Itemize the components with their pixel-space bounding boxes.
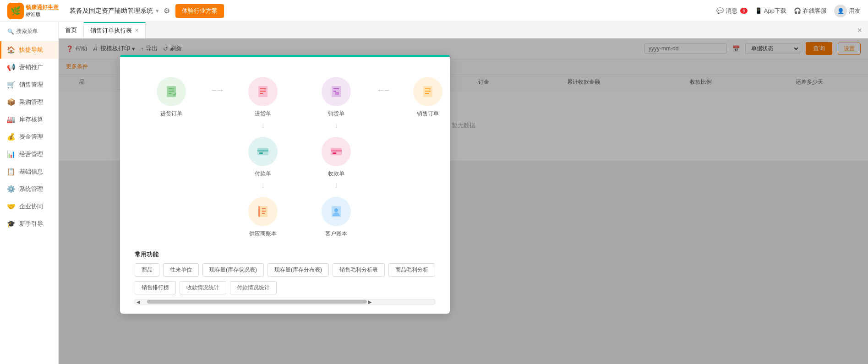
func-btn-receipt-stats[interactable]: 收款情况统计 xyxy=(180,281,226,294)
sidebar-item-operation[interactable]: 📊 经营管理 xyxy=(0,146,58,163)
sidebar-item-purchase[interactable]: 📦 采购管理 xyxy=(0,93,58,111)
func-btn-product-gross[interactable]: 商品毛利分析 xyxy=(388,263,435,277)
purchase-order-label: 进货订单 xyxy=(160,110,182,118)
tab-sales-order[interactable]: 销售订单执行表 ✕ xyxy=(84,22,146,38)
user-name: 用友 xyxy=(849,7,861,15)
logo-icon: 🌿 xyxy=(7,3,24,19)
home-icon: 🏠 xyxy=(7,46,16,54)
finance-icon: 💰 xyxy=(7,133,16,141)
svg-rect-23 xyxy=(258,206,260,217)
settings-icon[interactable]: ⚙ xyxy=(164,6,170,15)
message-icon: 💬 xyxy=(716,7,724,14)
dialog-header-stripe xyxy=(120,55,450,57)
svg-rect-11 xyxy=(335,92,339,95)
scroll-right-btn[interactable]: ▶ xyxy=(367,299,373,305)
arrow-down-sales: ↓ xyxy=(300,121,373,130)
tab-bar: 首页 销售订单执行表 ✕ ✕ xyxy=(59,22,868,38)
svg-rect-18 xyxy=(259,152,263,154)
func-btn-partner[interactable]: 往来单位 xyxy=(163,263,199,277)
sidebar-item-label: 基础信息 xyxy=(19,168,43,176)
enterprise-icon: 🤝 xyxy=(7,202,16,211)
arrow-right-1: - - → xyxy=(208,70,226,121)
purchase-bill-icon[interactable] xyxy=(248,77,278,106)
flow-cell-payment[interactable]: 付款单 xyxy=(226,130,300,181)
logo-line1: 畅康通好生意 xyxy=(26,4,59,11)
app-download-label: App下载 xyxy=(764,7,786,15)
sidebar-item-finance[interactable]: 💰 资金管理 xyxy=(0,128,58,146)
svg-point-28 xyxy=(334,208,338,212)
tab-close-all-icon[interactable]: ✕ xyxy=(852,27,868,34)
func-btn-payment-stats[interactable]: 付款情况统计 xyxy=(230,281,277,294)
flow-cell-supplier-ledger[interactable]: 供应商账本 xyxy=(226,190,300,241)
sidebar-item-system[interactable]: ⚙️ 系统管理 xyxy=(0,180,58,198)
avatar: 👤 xyxy=(834,5,847,17)
flow-cell-sales-order[interactable]: 销售订单 xyxy=(391,70,464,121)
logo-area: 🌿 畅康通好生意 标准版 xyxy=(7,3,66,19)
flow-cell-sales-bill[interactable]: 销货单 xyxy=(300,70,373,121)
app-download-action[interactable]: 📱 App下载 xyxy=(755,7,786,15)
flow-cell-purchase-bill[interactable]: 进货单 xyxy=(226,70,300,121)
arrow-down-purchase: ↓ xyxy=(226,121,300,130)
headset-icon: 🎧 xyxy=(794,7,801,14)
trial-button[interactable]: 体验行业方案 xyxy=(175,4,224,18)
online-service-label: 在线客服 xyxy=(803,7,827,15)
tab-close-icon[interactable]: ✕ xyxy=(135,27,139,33)
sidebar-item-label: 经营管理 xyxy=(19,150,43,158)
payment-icon[interactable] xyxy=(248,137,278,166)
sidebar-item-inventory[interactable]: 🏭 库存核算 xyxy=(0,111,58,128)
sidebar: 🔍 搜索菜单 🏠 快捷导航 📢 营销推广 🛒 销售管理 📦 xyxy=(0,22,59,364)
func-btn-sales-gross[interactable]: 销售毛利分析表 xyxy=(333,263,385,277)
flow-cell-customer-ledger[interactable]: 客户账本 xyxy=(300,190,373,241)
message-label: 消息 xyxy=(726,7,737,15)
search-menu-button[interactable]: 🔍 搜索菜单 xyxy=(4,26,55,37)
customer-ledger-icon[interactable] xyxy=(322,197,351,226)
receipt-icon[interactable] xyxy=(322,137,351,166)
scroll-thumb[interactable] xyxy=(147,300,367,304)
sales-bill-icon[interactable] xyxy=(322,77,351,106)
supplier-ledger-label: 供应商账本 xyxy=(249,230,277,238)
operation-icon: 📊 xyxy=(7,150,16,158)
main-content: ❓ 帮助 🖨 按模板打印 ▾ ↑ 导出 ↺ 刷新 xyxy=(59,38,868,364)
sidebar-item-enterprise[interactable]: 🤝 企业协同 xyxy=(0,198,58,215)
user-action[interactable]: 👤 用友 xyxy=(834,5,861,17)
svg-rect-21 xyxy=(333,152,336,154)
func-btn-stock-status[interactable]: 现存量(库存状况表) xyxy=(202,263,264,277)
func-btn-stock-dist[interactable]: 现存量(库存分布表) xyxy=(267,263,329,277)
marketing-icon: 📢 xyxy=(7,63,16,71)
func-buttons-row2: 销售排行榜 收款情况统计 付款情况统计 xyxy=(135,281,435,294)
top-bar-middle: 装备及固定资产辅助管理系统 ▾ ⚙ 体验行业方案 xyxy=(66,4,716,18)
top-bar-right: 💬 消息 6 📱 App下载 🎧 在线客服 👤 用友 xyxy=(716,5,861,17)
sidebar-item-sales[interactable]: 🛒 销售管理 xyxy=(0,76,58,93)
arrow-down-payment: ↓ xyxy=(226,181,300,190)
message-action[interactable]: 💬 消息 6 xyxy=(716,7,748,15)
sidebar-item-newbie[interactable]: 🎓 新手引导 xyxy=(0,215,58,233)
scroll-track[interactable]: ◀ ▶ xyxy=(135,299,435,304)
sidebar-item-label: 系统管理 xyxy=(19,185,43,193)
func-btn-sales-rank[interactable]: 销售排行榜 xyxy=(135,281,176,294)
tab-home[interactable]: 首页 xyxy=(59,22,84,38)
scroll-left-btn[interactable]: ◀ xyxy=(135,299,142,305)
flow-cell-receipt[interactable]: 收款单 xyxy=(300,130,373,181)
sidebar-search[interactable]: 🔍 搜索菜单 xyxy=(0,22,58,41)
sales-order-icon[interactable] xyxy=(413,77,442,106)
dialog-overlay[interactable]: 进货订单 - - → 进货单 xyxy=(59,38,868,364)
dropdown-icon[interactable]: ▾ xyxy=(156,7,159,14)
sidebar-item-base[interactable]: 📋 基础信息 xyxy=(0,163,58,180)
func-buttons-row1: 商品 往来单位 现存量(库存状况表) 现存量(库存分布表) 销售毛利分析表 商品… xyxy=(135,263,435,277)
base-icon: 📋 xyxy=(7,168,16,176)
sales-icon: 🛒 xyxy=(7,81,16,89)
func-btn-product[interactable]: 商品 xyxy=(135,263,159,277)
online-service-action[interactable]: 🎧 在线客服 xyxy=(794,7,827,15)
arrow-down-receipt: ↓ xyxy=(300,181,373,190)
sidebar-item-label: 新手引导 xyxy=(19,220,43,228)
supplier-ledger-icon[interactable] xyxy=(248,197,278,226)
payment-label: 付款单 xyxy=(255,170,271,178)
purchase-order-icon[interactable] xyxy=(157,77,186,106)
sales-bill-label: 销货单 xyxy=(328,110,344,118)
sidebar-item-label: 库存核算 xyxy=(19,115,43,124)
sidebar-item-quick-nav[interactable]: 🏠 快捷导航 xyxy=(0,41,58,59)
sidebar-item-label: 资金管理 xyxy=(19,133,43,141)
flow-cell-purchase-order[interactable]: 进货订单 xyxy=(135,70,208,121)
sidebar-item-marketing[interactable]: 📢 营销推广 xyxy=(0,59,58,76)
newbie-icon: 🎓 xyxy=(7,220,16,228)
